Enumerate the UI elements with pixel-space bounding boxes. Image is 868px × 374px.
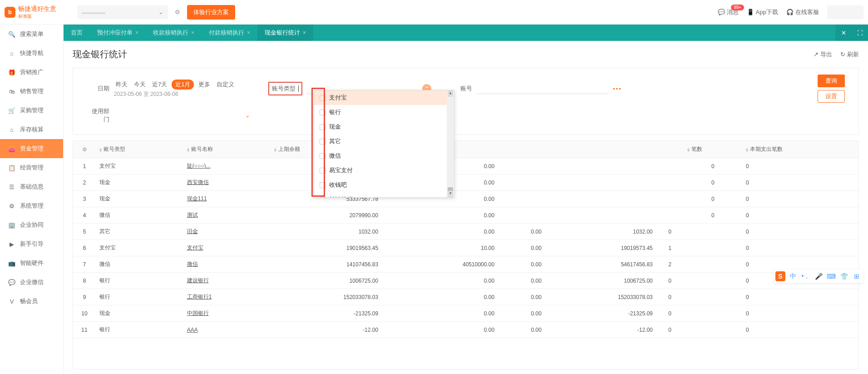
checkbox[interactable] bbox=[320, 197, 326, 198]
sidebar-item-0[interactable]: 🔍搜索菜单 bbox=[0, 25, 63, 44]
dropdown-item-6[interactable]: 收钱吧 bbox=[314, 178, 454, 192]
sort-icon[interactable]: ▴▾ bbox=[746, 147, 748, 152]
query-button[interactable]: 查询 bbox=[818, 75, 845, 87]
account-link[interactable]: 西安微信 bbox=[187, 179, 209, 185]
tab-1[interactable]: 预付冲应付单× bbox=[90, 25, 146, 41]
tab-3[interactable]: 付款核销执行× bbox=[202, 25, 257, 41]
dropdown-scrollbar[interactable]: ▴ ▾ bbox=[447, 90, 454, 197]
dropdown-item-3[interactable]: 其它 bbox=[314, 134, 454, 149]
ime-punct-icon[interactable]: •， bbox=[801, 271, 811, 281]
col-header-7[interactable] bbox=[656, 141, 684, 158]
account-link[interactable]: 陡(○○○)... bbox=[187, 163, 211, 169]
messages-link[interactable]: 💬 消息 99+ bbox=[718, 8, 739, 16]
sort-icon[interactable]: ▴▾ bbox=[99, 147, 102, 152]
col-header-0[interactable]: ⚙ bbox=[73, 141, 96, 158]
close-icon[interactable]: × bbox=[191, 30, 194, 36]
col-header-9[interactable]: ▴▾本期支出笔数 bbox=[742, 141, 858, 158]
sidebar-item-8[interactable]: ☰基础信息 bbox=[0, 177, 63, 196]
sidebar-item-5[interactable]: ⌂库存核算 bbox=[0, 120, 63, 139]
sidebar-item-6[interactable]: 👛资金管理 bbox=[0, 139, 63, 158]
table-row[interactable]: 9 银行 工商银行1 152033078.03 0.00 0.00 152033… bbox=[73, 289, 858, 305]
app-download-link[interactable]: 📱 App下载 bbox=[747, 8, 778, 16]
account-link[interactable]: 微信 bbox=[187, 261, 198, 267]
dropdown-item-0[interactable]: 支付宝 bbox=[314, 90, 454, 105]
account-link[interactable]: 中国银行 bbox=[187, 310, 209, 316]
col-header-1[interactable]: ▴▾账号类型 bbox=[96, 141, 183, 158]
sidebar-item-1[interactable]: ⌂快捷导航 bbox=[0, 44, 63, 63]
ime-voice-icon[interactable]: 🎤 bbox=[814, 271, 824, 281]
sidebar-item-4[interactable]: 🛒采购管理 bbox=[0, 101, 63, 120]
close-icon[interactable]: × bbox=[303, 30, 306, 36]
dept-input[interactable] bbox=[114, 110, 245, 120]
online-service-link[interactable]: 🎧 在线客服 bbox=[786, 8, 819, 16]
sidebar-item-11[interactable]: ▶新手引导 bbox=[0, 234, 63, 254]
scroll-up-icon[interactable]: ▴ bbox=[448, 90, 453, 97]
checkbox[interactable] bbox=[320, 124, 326, 130]
chevron-down-icon[interactable]: ⌄ bbox=[245, 112, 250, 119]
ime-logo-icon[interactable]: S bbox=[775, 271, 785, 281]
company-select[interactable]: ▬▬▬▬ ⌄ bbox=[77, 5, 168, 19]
account-link[interactable]: 建设银行 bbox=[187, 277, 209, 284]
gear-icon[interactable]: ⚙ bbox=[175, 9, 180, 15]
ime-keyboard-icon[interactable]: ⌨ bbox=[826, 271, 836, 281]
close-icon[interactable]: × bbox=[247, 30, 250, 36]
sidebar-item-14[interactable]: V畅会员 bbox=[0, 292, 63, 311]
date-opt-4[interactable]: 更多 bbox=[197, 80, 212, 90]
more-icon[interactable]: ••• bbox=[613, 85, 622, 92]
dropdown-item-2[interactable]: 现金 bbox=[314, 120, 454, 134]
settings-button[interactable]: 设置 bbox=[818, 90, 845, 103]
ime-grid-icon[interactable]: ⊞ bbox=[852, 271, 862, 281]
date-opt-5[interactable]: 自定义 bbox=[215, 80, 236, 90]
table-row[interactable]: 8 银行 建设银行 1006725.00 0.00 0.00 1006725.0… bbox=[73, 273, 858, 289]
col-header-5[interactable] bbox=[498, 141, 545, 158]
checkbox[interactable] bbox=[320, 153, 326, 159]
dropdown-item-4[interactable]: 微信 bbox=[314, 149, 454, 163]
close-all-tabs[interactable]: ✕ bbox=[835, 25, 852, 41]
account-link[interactable]: 测试 bbox=[187, 212, 198, 218]
tab-0[interactable]: 首页 bbox=[64, 25, 90, 41]
table-row[interactable]: 1 支付宝 陡(○○○)... -10000.00 0.00 0 0 bbox=[73, 158, 858, 175]
sidebar-item-10[interactable]: 🏢企业协同 bbox=[0, 215, 63, 234]
account-link[interactable]: 现金111 bbox=[187, 195, 207, 202]
dropdown-item-5[interactable]: 易宝支付 bbox=[314, 163, 454, 178]
sort-icon[interactable]: ▴▾ bbox=[687, 147, 690, 152]
sort-icon[interactable]: ▴▾ bbox=[274, 147, 276, 152]
table-row[interactable]: 10 现金 中国银行 -21325.09 0.00 0.00 -21325.09… bbox=[73, 305, 858, 322]
checkbox[interactable] bbox=[320, 95, 326, 101]
checkbox[interactable] bbox=[320, 168, 326, 174]
date-opt-2[interactable]: 近7天 bbox=[150, 80, 169, 90]
user-area[interactable] bbox=[827, 5, 863, 19]
date-opt-1[interactable]: 今天 bbox=[132, 80, 148, 90]
checkbox[interactable] bbox=[320, 139, 326, 145]
col-header-6[interactable] bbox=[545, 141, 656, 158]
table-row[interactable]: 11 银行 AAA -12.00 0.00 0.00 -12.00 0 0 bbox=[73, 322, 858, 338]
table-row[interactable]: 2 现金 西安微信 -40990.00 0.00 0 0 bbox=[73, 175, 858, 191]
dropdown-item-1[interactable]: 银行 bbox=[314, 105, 454, 120]
scroll-down-icon[interactable]: ▾ bbox=[448, 191, 453, 197]
tab-2[interactable]: 收款核销执行× bbox=[146, 25, 202, 41]
col-header-2[interactable]: ▴▾账号名称 bbox=[183, 141, 271, 158]
table-row[interactable]: 4 微信 测试 2079990.00 0.00 0 0 bbox=[73, 207, 858, 224]
industry-button[interactable]: 体验行业方案 bbox=[187, 5, 235, 20]
account-input[interactable] bbox=[477, 83, 608, 94]
tab-4[interactable]: 现金银行统计× bbox=[257, 25, 313, 41]
dropdown-item-7[interactable]: 长沙银行 bbox=[314, 192, 454, 197]
refresh-button[interactable]: ↻ 刷新 bbox=[840, 50, 859, 59]
table-row[interactable]: 6 支付宝 支付宝 19019563.45 10.00 0.00 1901957… bbox=[73, 240, 858, 256]
close-icon[interactable]: × bbox=[135, 30, 138, 36]
sidebar-item-9[interactable]: ⚙系统管理 bbox=[0, 196, 63, 215]
export-button[interactable]: ↗ 导出 bbox=[814, 50, 832, 59]
sidebar-item-3[interactable]: 🛍销售管理 bbox=[0, 82, 63, 101]
sidebar-item-7[interactable]: 📋经营管理 bbox=[0, 158, 63, 177]
date-opt-3[interactable]: 近1月 bbox=[172, 80, 194, 90]
account-link[interactable]: AAA bbox=[187, 327, 198, 333]
col-header-8[interactable]: ▴▾笔数 bbox=[684, 141, 742, 158]
gear-icon[interactable]: ⚙ bbox=[82, 146, 87, 153]
account-link[interactable]: 支付宝 bbox=[187, 244, 203, 251]
account-link[interactable]: 旧金 bbox=[187, 228, 198, 234]
checkbox[interactable] bbox=[320, 182, 326, 188]
table-row[interactable]: 3 现金 现金111 53337567.78 0.00 0 0 bbox=[73, 191, 858, 207]
ime-skin-icon[interactable]: 👕 bbox=[839, 271, 849, 281]
checkbox[interactable] bbox=[320, 110, 326, 115]
table-row[interactable]: 5 其它 旧金 1032.00 0.00 0.00 1032.00 0 0 bbox=[73, 224, 858, 240]
